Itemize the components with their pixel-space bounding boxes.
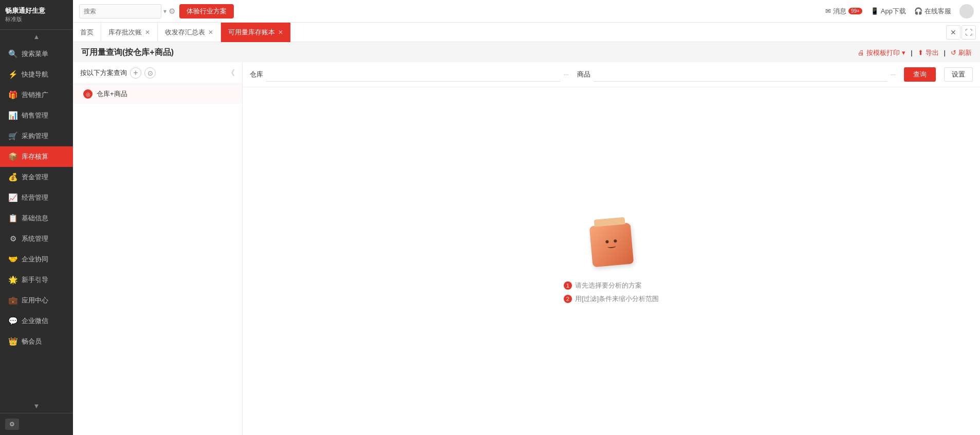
finance-icon: 💰 [8,173,17,182]
sidebar-item-search[interactable]: 🔍 搜索菜单 [0,44,73,64]
message-btn[interactable]: ✉ 消息 99+ [825,7,862,16]
trial-industry-button[interactable]: 体验行业方案 [179,4,234,18]
goods-label: 商品 [577,70,590,79]
page-title: 可用量查询(按仓库+商品) [81,47,174,58]
sidebar-item-app-center[interactable]: 💼 应用中心 [0,290,73,311]
goods-input[interactable] [594,67,887,82]
tab-close-all-btn[interactable]: ✕ [946,25,960,40]
app-icon: 📱 [871,7,879,15]
sidebar-nav: 🔍 搜索菜单 ⚡ 快捷导航 🎁 营销推广 📊 销售管理 🛒 采购管理 📦 库存核… [0,44,73,399]
refresh-icon: ↺ [951,49,956,56]
system-icon: ⚙ [8,234,17,243]
sidebar: 畅康通好生意 标准版 ▲ 🔍 搜索菜单 ⚡ 快捷导航 🎁 营销推广 📊 销售管理… [0,0,73,435]
message-icon: ✉ [825,7,831,15]
sidebar-item-label: 采购管理 [22,131,48,141]
sidebar-item-system[interactable]: ⚙ 系统管理 [0,229,73,249]
query-bar: 仓库 ··· 商品 ··· 查询 设置 [243,62,980,87]
hint-item-1: 1 请先选择要分析的方案 [564,281,659,290]
tab-stock-summary-label: 收发存汇总表 [165,28,205,37]
empty-illustration [581,219,642,271]
refresh-btn[interactable]: ↺ 刷新 [951,48,972,58]
sidebar-footer-btn[interactable]: ⚙ [5,419,19,430]
tab-home[interactable]: 首页 [73,23,101,42]
warehouse-more-icon[interactable]: ··· [563,71,568,78]
quicknav-icon: ⚡ [8,70,17,79]
main-area: ▾ ⚙ 体验行业方案 ✉ 消息 99+ 📱 App下载 🎧 在线客服 首页 [73,0,980,435]
sidebar-item-label: 资金管理 [22,173,48,182]
sales-icon: 📊 [8,111,17,120]
sidebar-item-label: 新手引导 [22,275,48,285]
message-badge: 99+ [848,8,862,14]
purchase-icon: 🛒 [8,131,17,141]
sidebar-footer[interactable]: ⚙ [0,413,73,435]
sidebar-item-cooperation[interactable]: 🤝 企业协同 [0,249,73,270]
hint-item-2: 2 用[过滤]条件来缩小分析范围 [564,294,659,304]
sidebar-item-finance[interactable]: 💰 资金管理 [0,167,73,187]
scheme-icon: ◎ [83,89,93,99]
scheme-label: 仓库+商品 [97,89,127,99]
query-button[interactable]: 查询 [904,67,936,82]
empty-hint: 1 请先选择要分析的方案 2 用[过滤]条件来缩小分析范围 [564,281,659,304]
sidebar-item-label: 基础信息 [22,214,48,223]
print-btn[interactable]: 🖨 按模板打印 ▾ [858,48,905,58]
sidebar-item-quicknav[interactable]: ⚡ 快捷导航 [0,64,73,85]
sidebar-scroll-down[interactable]: ▼ [0,399,73,413]
warehouse-field: 仓库 ··· [250,67,569,82]
warehouse-input[interactable] [266,67,560,82]
hint-num-1: 1 [564,281,572,290]
tab-inventory-batch-label: 库存批次账 [108,28,142,37]
member-icon: 👑 [8,337,17,346]
empty-state: 1 请先选择要分析的方案 2 用[过滤]条件来缩小分析范围 [243,87,980,435]
inventory-icon: 📦 [8,152,17,161]
tab-stock-summary-close[interactable]: ✕ [208,29,213,36]
separator1: | [911,49,912,56]
topbar-gear-icon[interactable]: ⚙ [169,7,175,16]
filter-collapse-button[interactable]: 《 [227,68,235,78]
filter-add-button[interactable]: + [130,67,141,79]
sidebar-item-marketing[interactable]: 🎁 营销推广 [0,85,73,105]
sidebar-item-sales[interactable]: 📊 销售管理 [0,105,73,126]
app-label: App下载 [881,7,906,16]
print-label: 按模板打印 [866,48,900,58]
customer-service-btn[interactable]: 🎧 在线客服 [914,7,951,16]
export-btn[interactable]: ⬆ 导出 [918,48,939,58]
filter-settings-button[interactable]: ⊙ [144,67,156,79]
tab-inventory-batch-close[interactable]: ✕ [145,29,150,36]
sidebar-item-operations[interactable]: 📈 经营管理 [0,187,73,208]
empty-box-eyes [605,239,617,243]
tab-inventory-batch[interactable]: 库存批次账 ✕ [101,23,158,42]
sidebar-item-enterprise-wechat[interactable]: 💬 企业微信 [0,311,73,331]
empty-box [589,222,634,267]
goods-field: 商品 ··· [577,67,896,82]
print-icon: 🖨 [858,49,864,56]
sidebar-item-label: 库存核算 [22,152,48,161]
goods-more-icon[interactable]: ··· [891,71,896,78]
filter-header-label: 按以下方案查询 [80,68,127,78]
empty-box-mouth [607,244,616,248]
tab-available-ledger[interactable]: 可用量库存账本 ✕ [221,23,291,42]
left-filter-panel: 按以下方案查询 + ⊙ 《 ◎ 仓库+商品 [73,62,243,435]
filter-scheme-item[interactable]: ◎ 仓库+商品 [73,84,242,104]
content-area: 按以下方案查询 + ⊙ 《 ◎ 仓库+商品 仓库 ··· 商品 [73,62,980,435]
tab-expand-btn[interactable]: ⛶ [961,25,976,40]
tab-available-ledger-close[interactable]: ✕ [278,29,283,36]
sidebar-item-member[interactable]: 👑 畅会员 [0,331,73,352]
sidebar-item-inventory[interactable]: 📦 库存核算 [0,146,73,167]
sidebar-item-label: 系统管理 [22,234,48,243]
tabs-end-btns: ✕ ⛶ [946,25,980,40]
settings-button[interactable]: 设置 [944,67,973,82]
user-avatar[interactable] [959,4,974,18]
sidebar-item-newbie[interactable]: 🌟 新手引导 [0,270,73,290]
topbar-search-input[interactable] [79,4,161,18]
tab-stock-summary[interactable]: 收发存汇总表 ✕ [158,23,221,42]
search-chevron-icon[interactable]: ▾ [163,8,167,15]
tab-home-label: 首页 [80,28,94,37]
sidebar-item-label: 企业微信 [22,316,48,326]
sidebar-scroll-up[interactable]: ▲ [0,30,73,44]
sidebar-item-basic-info[interactable]: 📋 基础信息 [0,208,73,229]
left-eye [605,240,609,243]
sidebar-item-purchase[interactable]: 🛒 采购管理 [0,126,73,146]
sidebar-item-label: 销售管理 [22,111,48,120]
app-download-btn[interactable]: 📱 App下载 [871,7,906,16]
tab-available-ledger-label: 可用量库存账本 [228,28,275,37]
